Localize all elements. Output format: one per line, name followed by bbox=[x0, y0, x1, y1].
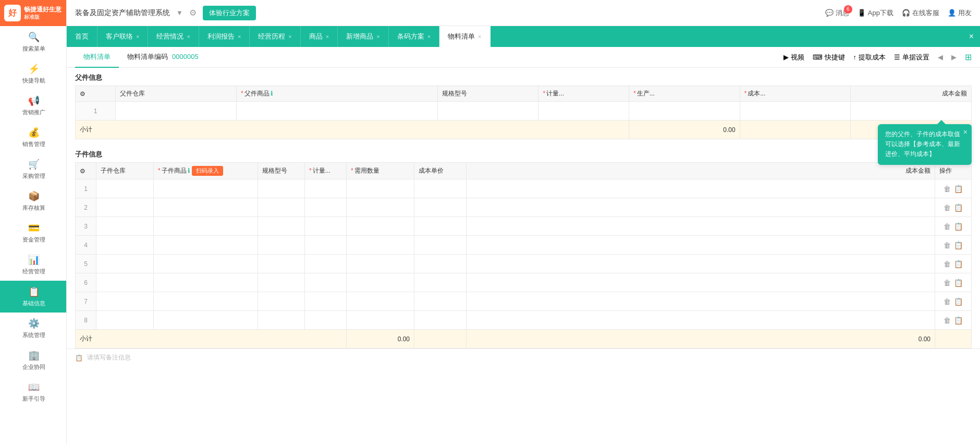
delete-icon-1[interactable]: 🗑 bbox=[944, 185, 951, 193]
nav-left-icon[interactable]: ◀ bbox=[938, 53, 943, 61]
child-warehouse-7[interactable] bbox=[96, 292, 154, 311]
child-goods-6[interactable] bbox=[154, 273, 258, 292]
child-warehouse-8[interactable] bbox=[96, 311, 154, 330]
copy-icon-2[interactable]: 📋 bbox=[954, 203, 963, 212]
child-unit-6[interactable] bbox=[305, 273, 347, 292]
parent-cell-goods-1[interactable] bbox=[237, 102, 438, 121]
nav-tab-new-goods[interactable]: 新增商品× bbox=[338, 26, 388, 47]
child-unit-7[interactable] bbox=[305, 292, 347, 311]
child-unit-cost-8[interactable] bbox=[414, 311, 467, 330]
tooltip-close-btn[interactable]: × bbox=[963, 126, 967, 138]
parent-cell-cost-amount-1[interactable] bbox=[851, 102, 972, 121]
child-unit-cost-6[interactable] bbox=[414, 273, 467, 292]
child-unit-3[interactable] bbox=[305, 217, 347, 236]
sidebar-item-search[interactable]: 🔍搜索菜单 bbox=[0, 26, 66, 58]
child-goods-7[interactable] bbox=[154, 292, 258, 311]
parent-cell-unit-1[interactable] bbox=[538, 102, 629, 121]
child-req-qty-2[interactable] bbox=[347, 198, 414, 217]
child-cost-amount-1[interactable] bbox=[467, 179, 935, 198]
delete-icon-2[interactable]: 🗑 bbox=[944, 203, 951, 212]
copy-icon-4[interactable]: 📋 bbox=[954, 241, 963, 249]
delete-icon-8[interactable]: 🗑 bbox=[944, 316, 951, 325]
delete-icon-6[interactable]: 🗑 bbox=[944, 279, 951, 287]
child-warehouse-5[interactable] bbox=[96, 255, 154, 273]
child-spec-7[interactable] bbox=[258, 292, 305, 311]
child-spec-1[interactable] bbox=[258, 179, 305, 198]
child-goods-8[interactable] bbox=[154, 311, 258, 330]
child-spec-4[interactable] bbox=[258, 236, 305, 255]
sidebar-item-operations[interactable]: 📊经营管理 bbox=[0, 249, 66, 281]
child-goods-4[interactable] bbox=[154, 236, 258, 255]
delete-icon-7[interactable]: 🗑 bbox=[944, 297, 951, 306]
child-unit-cost-5[interactable] bbox=[414, 255, 467, 273]
close-tab-barcode[interactable]: × bbox=[427, 33, 431, 40]
user-btn[interactable]: 👤 用友 bbox=[948, 8, 972, 18]
view-video-btn[interactable]: ▶ 视频 bbox=[783, 53, 804, 62]
child-cost-amount-8[interactable] bbox=[467, 311, 935, 330]
message-btn[interactable]: 💬 消息 6 bbox=[825, 8, 849, 18]
delete-icon-3[interactable]: 🗑 bbox=[944, 222, 951, 231]
child-unit-2[interactable] bbox=[305, 198, 347, 217]
sidebar-item-sales[interactable]: 💰销售管理 bbox=[0, 122, 66, 153]
sidebar-item-purchase[interactable]: 🛒采购管理 bbox=[0, 153, 66, 185]
parent-cell-production-1[interactable] bbox=[629, 102, 740, 121]
child-settings-gear[interactable]: ⚙ bbox=[80, 167, 85, 175]
child-cost-amount-5[interactable] bbox=[467, 255, 935, 273]
close-tab-bom[interactable]: × bbox=[478, 33, 481, 40]
sidebar-item-inventory[interactable]: 📦库存核算 bbox=[0, 185, 66, 217]
nav-tab-profit[interactable]: 利润报告× bbox=[199, 26, 250, 47]
copy-icon-5[interactable]: 📋 bbox=[954, 260, 963, 268]
parent-cell-spec-1[interactable] bbox=[438, 102, 538, 121]
child-unit-8[interactable] bbox=[305, 311, 347, 330]
shortcut-btn[interactable]: ⌨ 快捷键 bbox=[813, 53, 845, 62]
child-cost-amount-3[interactable] bbox=[467, 217, 935, 236]
child-spec-3[interactable] bbox=[258, 217, 305, 236]
extract-cost-btn[interactable]: ↑ 提取成本 bbox=[853, 53, 886, 62]
copy-icon-7[interactable]: 📋 bbox=[954, 297, 963, 306]
sub-tab-bom-list[interactable]: 物料清单 bbox=[75, 47, 119, 68]
nav-tab-history[interactable]: 经营历程× bbox=[250, 26, 300, 47]
sidebar-item-marketing[interactable]: 📢营销推广 bbox=[0, 90, 66, 122]
sidebar-item-system[interactable]: ⚙️系统管理 bbox=[0, 313, 66, 344]
child-cost-amount-4[interactable] bbox=[467, 236, 935, 255]
nav-tab-bom[interactable]: 物料清单× bbox=[439, 26, 490, 47]
close-tab-goods[interactable]: × bbox=[326, 33, 329, 40]
child-goods-3[interactable] bbox=[154, 217, 258, 236]
copy-icon-3[interactable]: 📋 bbox=[954, 222, 963, 231]
child-unit-cost-4[interactable] bbox=[414, 236, 467, 255]
nav-tab-operations[interactable]: 经营情况× bbox=[148, 26, 199, 47]
child-cost-amount-2[interactable] bbox=[467, 198, 935, 217]
copy-icon-1[interactable]: 📋 bbox=[954, 185, 963, 193]
child-goods-5[interactable] bbox=[154, 255, 258, 273]
child-warehouse-1[interactable] bbox=[96, 179, 154, 198]
sidebar-item-quick-nav[interactable]: ⚡快捷导航 bbox=[0, 58, 66, 90]
close-tab-profit[interactable]: × bbox=[238, 33, 241, 40]
child-req-qty-3[interactable] bbox=[347, 217, 414, 236]
child-spec-8[interactable] bbox=[258, 311, 305, 330]
dropdown-arrow-icon[interactable]: ▼ bbox=[176, 9, 183, 17]
child-spec-6[interactable] bbox=[258, 273, 305, 292]
child-warehouse-3[interactable] bbox=[96, 217, 154, 236]
parent-cell-warehouse-1[interactable] bbox=[116, 102, 237, 121]
close-tab-new-goods[interactable]: × bbox=[376, 33, 379, 40]
child-unit-cost-1[interactable] bbox=[414, 179, 467, 198]
parent-settings-gear[interactable]: ⚙ bbox=[80, 90, 85, 98]
experience-btn[interactable]: 体验行业方案 bbox=[203, 6, 256, 20]
delete-icon-5[interactable]: 🗑 bbox=[944, 260, 951, 268]
child-warehouse-4[interactable] bbox=[96, 236, 154, 255]
nav-tab-customers[interactable]: 客户联络× bbox=[97, 26, 148, 47]
child-warehouse-2[interactable] bbox=[96, 198, 154, 217]
child-spec-5[interactable] bbox=[258, 255, 305, 273]
child-unit-1[interactable] bbox=[305, 179, 347, 198]
child-cost-amount-7[interactable] bbox=[467, 292, 935, 311]
child-unit-cost-7[interactable] bbox=[414, 292, 467, 311]
child-req-qty-8[interactable] bbox=[347, 311, 414, 330]
settings-icon[interactable]: ⚙ bbox=[189, 8, 197, 18]
sidebar-item-enterprise[interactable]: 🏢企业协同 bbox=[0, 344, 66, 376]
online-service-btn[interactable]: 🎧 在线客服 bbox=[902, 8, 939, 18]
child-goods-1[interactable] bbox=[154, 179, 258, 198]
child-unit-cost-3[interactable] bbox=[414, 217, 467, 236]
nav-close-x[interactable]: × bbox=[963, 26, 980, 47]
scan-input-btn[interactable]: 扫码录入 bbox=[192, 166, 223, 176]
close-tab-customers[interactable]: × bbox=[136, 33, 139, 40]
